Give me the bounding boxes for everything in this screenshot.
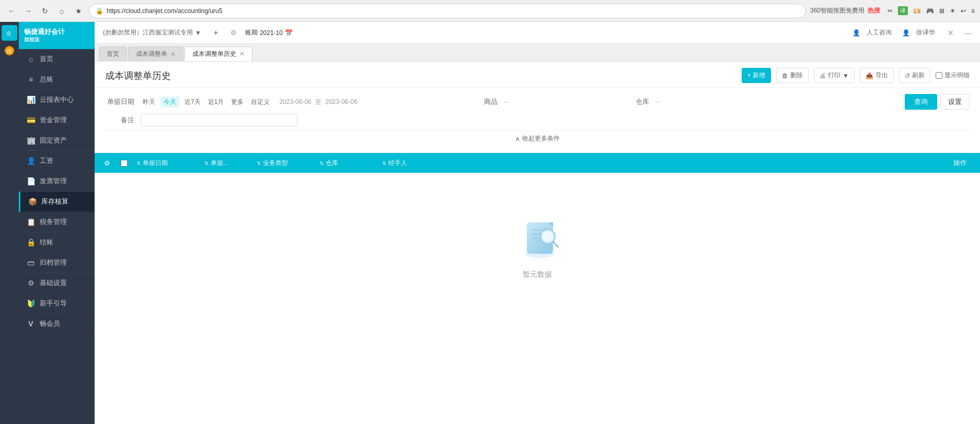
search-label: 360智能抠图免费用 xyxy=(810,6,864,15)
lock-icon: 🔒 xyxy=(96,7,103,15)
settings-icon: ⚙ xyxy=(26,279,36,287)
window-minimize-button[interactable]: — xyxy=(964,29,972,37)
user-service-label[interactable]: 人工咨询 xyxy=(867,28,892,37)
th-manager-sort-icon: ⇅ xyxy=(382,160,386,166)
game-icon: 🎮 xyxy=(926,7,934,15)
th-biztype[interactable]: ⇅ 业务类型 xyxy=(252,159,315,168)
main-sidebar: 畅捷通好会计 旗舰版 ⌂ 首页 ≡ 总账 📊 云报表中心 💳 资金管理 🏢 固定… xyxy=(19,22,95,424)
assets-icon: 🏢 xyxy=(26,136,36,145)
ledger-icon: ≡ xyxy=(26,75,36,84)
company-selector[interactable]: (勿删勿禁用）江西服宝测试专用 ▼ xyxy=(103,28,201,37)
sidebar-item-salary[interactable]: 👤 工资 xyxy=(19,151,95,171)
period-display[interactable]: 账期 2021-10 📅 xyxy=(245,28,293,37)
show-detail-input[interactable] xyxy=(936,72,942,79)
tab-cost-adjust[interactable]: 成本调整单 ✕ xyxy=(128,46,183,61)
th-warehouse-sort-icon: ⇅ xyxy=(319,160,324,166)
tab-cost-adjust-label: 成本调整单 xyxy=(136,50,167,58)
query-button[interactable]: 查询 xyxy=(905,94,937,110)
back-button[interactable]: ← xyxy=(5,5,18,17)
today-btn[interactable]: 今天 xyxy=(160,97,179,108)
refresh-button[interactable]: ↺ 刷新 xyxy=(899,68,930,83)
last7-btn[interactable]: 近7天 xyxy=(182,97,203,108)
tax-icon: 📋 xyxy=(26,218,36,226)
icon-sidebar: 会 微 xyxy=(0,22,19,424)
tab-cost-adjust-history-close[interactable]: ✕ xyxy=(239,50,245,57)
user-service-icon: 👤 xyxy=(852,29,860,37)
new-button[interactable]: + 新增 xyxy=(742,68,771,83)
last-month-btn[interactable]: 近1月 xyxy=(206,97,226,108)
sidebar-item-guide[interactable]: 🔰 新手引导 xyxy=(19,293,95,314)
user-name: 徐译华 xyxy=(916,28,935,37)
inventory-icon: 📦 xyxy=(28,197,37,206)
settings-gear-icon[interactable]: ⚙ xyxy=(230,29,237,37)
page-actions: + 新增 🗑 删除 🖨 打印 ▼ 📤 导出 ↺ xyxy=(742,68,970,83)
more-btn[interactable]: 更多 xyxy=(229,97,246,108)
home-button[interactable]: ⌂ xyxy=(55,5,68,17)
th-voucher[interactable]: ⇅ 单据... xyxy=(200,159,252,168)
sidebar-item-settings[interactable]: ⚙ 基础设置 xyxy=(19,273,95,293)
sidebar-label-ledger: 总账 xyxy=(40,75,53,84)
sidebar-item-home[interactable]: ⌂ 首页 xyxy=(19,49,95,69)
date-separator: 至 xyxy=(315,98,321,105)
sidebar-label-assets: 固定资产 xyxy=(40,136,67,145)
sidebar-label-archive: 归档管理 xyxy=(40,258,67,267)
table-area: ⚙ ⇅ 单据日期 ⇅ 单据... ⇅ 业务类型 xyxy=(95,153,980,321)
sidebar-item-assets[interactable]: 🏢 固定资产 xyxy=(19,131,95,151)
th-manager[interactable]: ⇅ 经手人 xyxy=(378,159,441,168)
archive-icon: 🗃 xyxy=(26,258,36,267)
yesterday-btn[interactable]: 昨天 xyxy=(141,97,157,108)
refresh-button[interactable]: ↻ xyxy=(39,5,51,17)
filter-settings-button[interactable]: 设置 xyxy=(940,94,970,110)
sidebar-item-reports[interactable]: 📊 云报表中心 xyxy=(19,90,95,110)
period-value: 2021-10 xyxy=(260,29,283,37)
collapse-button[interactable]: ∧ 收起更多条件 xyxy=(105,131,970,146)
select-all-checkbox[interactable] xyxy=(121,160,128,167)
th-warehouse[interactable]: ⇅ 仓库 xyxy=(315,159,378,168)
delete-label: 删除 xyxy=(790,71,803,80)
sidebar-item-funds[interactable]: 💳 资金管理 xyxy=(19,110,95,131)
table-select-all[interactable] xyxy=(116,160,132,167)
address-bar[interactable]: 🔒 https://cloud.chanjet.com/accounting/u… xyxy=(89,4,806,18)
browser-chrome: ← → ↻ ⌂ ★ 🔒 https://cloud.chanjet.com/ac… xyxy=(0,0,980,22)
forward-button[interactable]: → xyxy=(22,5,34,17)
product-dots[interactable]: ··· xyxy=(504,98,509,105)
add-tab-button[interactable]: + xyxy=(210,27,222,39)
window-close-button[interactable]: ✕ xyxy=(948,29,954,37)
icon-sidebar-app[interactable]: 会 xyxy=(2,25,17,41)
sidebar-item-ledger[interactable]: ≡ 总账 xyxy=(19,69,95,90)
remark-input[interactable] xyxy=(141,114,297,126)
print-button[interactable]: 🖨 打印 ▼ xyxy=(814,68,855,83)
sidebar-item-invoice[interactable]: 📄 发票管理 xyxy=(19,171,95,192)
custom-btn[interactable]: 自定义 xyxy=(249,97,272,108)
icon-sidebar-wb[interactable]: 微 xyxy=(2,43,17,58)
warehouse-dots[interactable]: ··· xyxy=(655,98,661,105)
export-button[interactable]: 📤 导出 xyxy=(860,68,894,83)
th-biztype-label: 业务类型 xyxy=(263,159,288,168)
user-avatar: 👤 xyxy=(902,29,910,37)
sidebar-item-inventory[interactable]: 📦 库存核算 xyxy=(19,192,95,212)
delete-button[interactable]: 🗑 删除 xyxy=(776,68,809,83)
sidebar-item-vip[interactable]: V 畅会员 xyxy=(19,314,95,334)
table-header: ⚙ ⇅ 单据日期 ⇅ 单据... ⇅ 业务类型 xyxy=(95,153,980,173)
sidebar-item-archive[interactable]: 🗃 归档管理 xyxy=(19,253,95,273)
tab-cost-adjust-history[interactable]: 成本调整单历史 ✕ xyxy=(185,46,252,61)
tab-home[interactable]: 首页 xyxy=(99,46,127,61)
close-period-icon: 🔒 xyxy=(26,238,36,246)
th-voucher-label: 单据... xyxy=(211,159,228,168)
hot-label: 热搜 xyxy=(868,6,880,15)
date-from: 2023-06-06 至 2023-06-06 xyxy=(279,98,357,107)
th-date-label: 单据日期 xyxy=(143,159,168,168)
empty-text: 暂元数据 xyxy=(523,270,552,279)
page-content: 成本调整单历史 + 新增 🗑 删除 🖨 打印 ▼ 📤 导出 xyxy=(95,62,980,424)
star-button[interactable]: ★ xyxy=(72,5,85,17)
th-date[interactable]: ⇅ 单据日期 xyxy=(132,159,200,168)
refresh-label: 刷新 xyxy=(912,71,925,80)
sidebar-item-tax[interactable]: 📋 税务管理 xyxy=(19,212,95,232)
collapse-icon: ∧ xyxy=(515,135,520,143)
show-detail-checkbox[interactable]: 显示明细 xyxy=(936,71,970,80)
tab-cost-adjust-history-label: 成本调整单历史 xyxy=(192,50,236,58)
menu-icon: ≡ xyxy=(971,7,975,15)
tab-cost-adjust-close[interactable]: ✕ xyxy=(170,51,176,58)
sidebar-item-close[interactable]: 🔒 结账 xyxy=(19,232,95,253)
table-settings-icon[interactable]: ⚙ xyxy=(99,159,116,167)
